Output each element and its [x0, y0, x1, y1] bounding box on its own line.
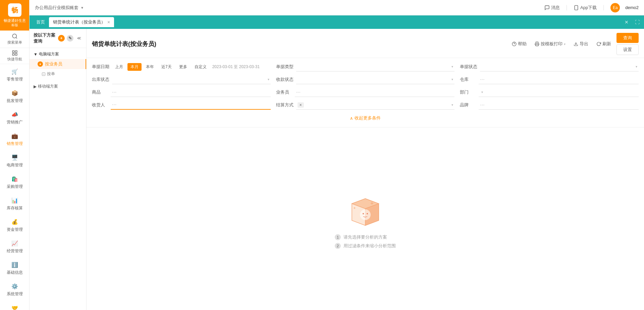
inventory-label: 库存核算: [7, 205, 23, 211]
basic-icon: ℹ️: [11, 261, 19, 269]
tab-close-icon[interactable]: ×: [107, 19, 110, 25]
page-actions: 帮助 按模板打印 ▾ 导出 刷新: [509, 33, 639, 55]
department-input[interactable]: ▾: [479, 88, 639, 97]
left-panel: 按以下方案查询 + ✎ ≪ ▼ 电脑端方案 ● 按业务员 按单: [30, 29, 87, 310]
date-btn-custom[interactable]: 自定义: [192, 63, 210, 71]
left-panel-actions: + ✎ ≪: [58, 35, 82, 42]
sidebar-item-ecommerce[interactable]: 🖥️ 电商管理: [0, 150, 29, 171]
brand-dots: ···: [480, 102, 484, 108]
quick-nav-label: 快捷导航: [7, 57, 22, 62]
collapse-panel-btn[interactable]: ≪: [75, 35, 82, 42]
edit-scheme-btn[interactable]: ✎: [67, 35, 73, 42]
filter-row-3: 商品 ··· 业务员 ··· 部门 ▾: [92, 88, 639, 97]
app-download-btn[interactable]: App下载: [574, 5, 597, 11]
settlement-input[interactable]: × ▾: [296, 100, 455, 110]
settlement-tag-x[interactable]: ×: [300, 103, 302, 107]
tab-close-all-btn[interactable]: ✕: [623, 18, 631, 26]
svg-rect-2: [12, 51, 14, 53]
filter-salesman: 业务员 ···: [276, 88, 455, 97]
scheme-by-doc-label: 按单: [47, 71, 55, 77]
query-button[interactable]: 查询: [616, 33, 639, 43]
sidebar-item-enterprise[interactable]: 🤝 企业协同: [0, 300, 29, 310]
sidebar-logo[interactable]: 畅 畅捷通好生意 标版: [0, 0, 29, 31]
tab-sales-stat[interactable]: 销货单统计表（按业务员） ×: [49, 17, 114, 27]
warehouse-input[interactable]: ···: [479, 75, 639, 84]
receiptstatus-label: 收款状态: [276, 76, 293, 83]
sidebar-item-retail[interactable]: 🛒 零售管理: [0, 64, 29, 86]
empty-tips: 1 请先选择要分析的方案 2 用过滤条件来缩小分析范围: [335, 234, 396, 249]
user-name[interactable]: demo2: [625, 5, 639, 10]
sidebar-item-basic[interactable]: ℹ️ 基础信息: [0, 257, 29, 279]
inventory-icon: 📊: [11, 196, 19, 204]
date-btn-lastmonth[interactable]: 上月: [112, 63, 126, 71]
header-left: 办公用品行业模拟账套 ▾: [35, 5, 83, 11]
goods-dots: ···: [112, 89, 116, 95]
receiptstatus-input[interactable]: ▾: [296, 75, 455, 84]
goods-label: 商品: [92, 89, 108, 95]
tab-home[interactable]: 首页: [32, 17, 49, 27]
basic-label: 基础信息: [7, 270, 23, 275]
tip-num-1: 1: [335, 234, 341, 240]
scheme-by-doc[interactable]: 按单: [30, 69, 86, 79]
shipstatus-label: 出库状态: [92, 76, 109, 83]
print-btn[interactable]: 按模板打印 ▾: [532, 40, 568, 48]
tab-maximize-btn[interactable]: ⛶: [633, 18, 641, 26]
user-avatar[interactable]: Ea: [610, 3, 620, 12]
operations-label: 经营管理: [7, 248, 23, 254]
filter-department: 部门 ▾: [460, 88, 639, 97]
date-label: 单据日期: [92, 64, 109, 70]
breadcrumb-dropdown[interactable]: ▾: [81, 5, 83, 10]
sales-label: 销售管理: [7, 141, 23, 147]
sidebar-item-finance[interactable]: 💰 资金管理: [0, 214, 29, 236]
filter-area: 单据日期 上月 本月 本年 近7天 更多 自定义 2023-03-01 至 20…: [87, 58, 644, 127]
tab-actions: ✕ ⛶: [623, 18, 644, 26]
section-mobile-title[interactable]: ▶ 移动端方案: [30, 82, 86, 91]
consignee-input-wrap[interactable]: ···: [111, 100, 271, 110]
sidebar: 畅 畅捷通好生意 标版 按以下方案查询 搜索菜单 快捷导航 🛒 零售管理 📦 批…: [0, 0, 30, 310]
sidebar-item-purchase[interactable]: 🛍️ 采购管理: [0, 171, 29, 193]
sidebar-item-marketing[interactable]: 📣 营销推广: [0, 107, 29, 128]
sidebar-item-system[interactable]: ⚙️ 系统管理: [0, 279, 29, 300]
help-btn[interactable]: 帮助: [509, 40, 529, 48]
svg-rect-4: [12, 54, 14, 55]
filter-receiptstatus: 收款状态 ▾: [276, 75, 455, 84]
docstatus-input[interactable]: ▾: [480, 62, 639, 71]
warehouse-dots: ···: [480, 76, 484, 83]
date-btn-thismonth[interactable]: 本月: [127, 63, 142, 71]
salesman-input[interactable]: ···: [295, 88, 455, 97]
date-btn-more[interactable]: 更多: [176, 63, 190, 71]
sidebar-item-operations[interactable]: 📈 经营管理: [0, 236, 29, 257]
sidebar-item-inventory[interactable]: 📊 库存核算: [0, 193, 29, 214]
date-btn-7days[interactable]: 近7天: [158, 63, 175, 71]
app-download-label: App下载: [580, 5, 597, 11]
doctype-input[interactable]: ▾: [296, 62, 455, 71]
scheme-salesman[interactable]: ● 按业务员: [30, 59, 86, 69]
tab-sales-stat-label: 销货单统计表（按业务员）: [53, 19, 105, 25]
settlement-tag[interactable]: ×: [298, 102, 304, 108]
empty-area: 1 请先选择要分析的方案 2 用过滤条件来缩小分析范围: [87, 127, 644, 310]
print-dropdown-icon[interactable]: ▾: [564, 42, 566, 46]
shipstatus-input[interactable]: ▾: [112, 75, 271, 84]
section-pc-title[interactable]: ▼ 电脑端方案: [30, 49, 86, 59]
refresh-btn[interactable]: 刷新: [594, 40, 614, 48]
goods-input[interactable]: ···: [111, 88, 271, 97]
purchase-label: 采购管理: [7, 184, 23, 190]
salesman-label: 业务员: [276, 89, 292, 95]
message-label: 消息: [551, 5, 560, 11]
collapse-bar[interactable]: ∧ 收起更多条件: [92, 113, 639, 123]
sidebar-item-sales[interactable]: 💼 销售管理: [0, 128, 29, 150]
system-label: 系统管理: [7, 291, 23, 297]
add-scheme-btn[interactable]: +: [58, 35, 65, 42]
date-btn-thisyear[interactable]: 本年: [143, 63, 157, 71]
message-btn[interactable]: 消息: [544, 5, 560, 11]
setting-button[interactable]: 设置: [616, 44, 639, 55]
brand-input[interactable]: ···: [479, 100, 639, 110]
header-breadcrumb[interactable]: 办公用品行业模拟账套: [35, 5, 78, 11]
sidebar-item-wholesale[interactable]: 📦 批发管理: [0, 86, 29, 107]
filter-row-4: 收货人 ··· 结算方式 × ▾: [92, 100, 639, 110]
svg-point-17: [360, 209, 371, 220]
export-btn[interactable]: 导出: [571, 40, 591, 48]
sidebar-search[interactable]: 按以下方案查询 搜索菜单: [0, 31, 29, 48]
empty-illustration: [345, 189, 385, 229]
sidebar-quick-nav[interactable]: 快捷导航: [0, 48, 29, 64]
